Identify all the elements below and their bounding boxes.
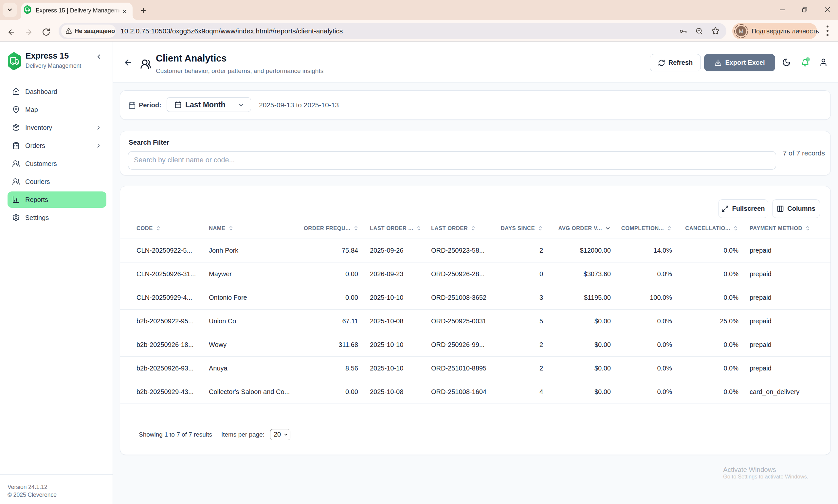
svg-text:M: M bbox=[739, 29, 743, 35]
